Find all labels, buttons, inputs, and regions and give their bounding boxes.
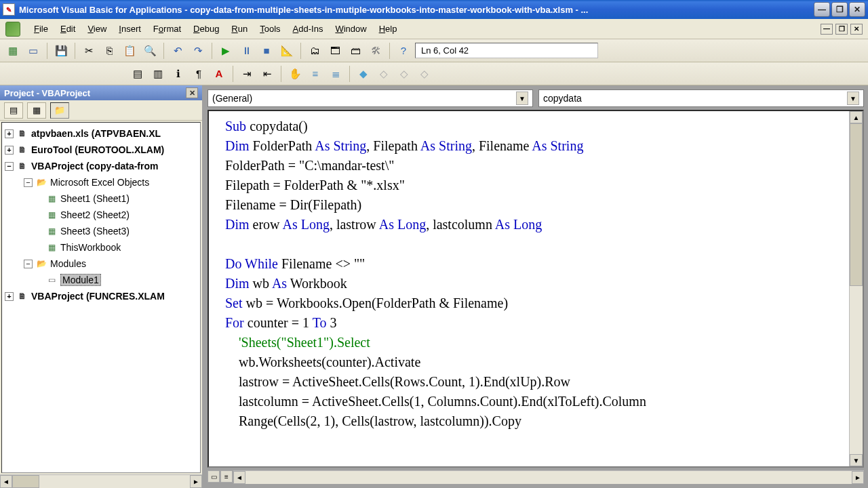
app-icon: ✎ — [3, 3, 15, 16]
view-selector: ▭ ≡ ◄► — [208, 470, 864, 484]
tree-sheet3[interactable]: ▦Sheet3 (Sheet3) — [2, 223, 200, 239]
maximize-button[interactable]: ❐ — [831, 2, 848, 17]
project-panel-toolbar: ▤ ▦ 📁 — [0, 100, 202, 121]
toolbox-button[interactable]: 🛠 — [367, 42, 384, 60]
view-object-button[interactable]: ▦ — [27, 102, 46, 119]
menu-window[interactable]: Window — [330, 21, 372, 37]
copy-button[interactable]: ⎘ — [100, 42, 118, 60]
paste-button[interactable]: 📋 — [121, 42, 138, 60]
mdi-minimize-button[interactable]: — — [821, 24, 833, 35]
bookmark-clear-button[interactable]: ◇ — [416, 65, 433, 83]
list-properties-button[interactable]: ▤ — [129, 65, 146, 83]
comment-block-button[interactable]: ≡ — [307, 65, 324, 83]
procedure-view-button[interactable]: ▭ — [208, 470, 220, 483]
menu-addins[interactable]: Add-Ins — [288, 21, 329, 37]
menu-tools[interactable]: Tools — [254, 21, 285, 37]
properties-button[interactable]: 🗔 — [326, 42, 344, 60]
insert-module-button[interactable]: ▭ — [24, 42, 42, 60]
mdi-close-button[interactable]: ✕ — [850, 24, 863, 35]
edit-toolbar: ▤ ▥ ℹ ¶ A ⇥ ⇤ ✋ ≡ ≣ ◆ ◇ ◇ ◇ — [0, 62, 868, 85]
project-panel-title: Project - VBAProject — [4, 88, 90, 98]
list-constants-button[interactable]: ▥ — [149, 65, 167, 83]
project-explorer-button[interactable]: 🗂 — [306, 42, 323, 60]
project-tree[interactable]: +🗎atpvbaen.xls (ATPVBAEN.XL +🗎EuroTool (… — [1, 122, 201, 473]
save-button[interactable]: 💾 — [52, 42, 70, 60]
run-button[interactable]: ▶ — [217, 42, 235, 60]
complete-word-button[interactable]: A — [210, 65, 228, 83]
code-area: (General)▼ copydata▼ Sub copydata() Dim … — [203, 85, 868, 488]
parameter-info-button[interactable]: ¶ — [190, 65, 208, 83]
design-mode-button[interactable]: 📐 — [278, 42, 296, 60]
project-panel-close-button[interactable]: ✕ — [186, 87, 198, 98]
menu-edit[interactable]: Edit — [55, 21, 81, 37]
redo-button[interactable]: ↷ — [189, 42, 207, 60]
bookmark-toggle-button[interactable]: ◆ — [355, 65, 372, 83]
view-code-button[interactable]: ▤ — [4, 102, 23, 119]
close-button[interactable]: ✕ — [849, 2, 865, 17]
breakpoint-button[interactable]: ✋ — [286, 65, 304, 83]
outdent-button[interactable]: ⇤ — [258, 65, 276, 83]
menu-run[interactable]: Run — [226, 21, 253, 37]
titlebar: ✎ Microsoft Visual Basic for Application… — [0, 0, 868, 19]
procedure-dropdown[interactable]: copydata▼ — [538, 89, 864, 107]
tree-project-atpvbaen[interactable]: +🗎atpvbaen.xls (ATPVBAEN.XL — [2, 125, 200, 142]
tree-project-eurotool[interactable]: +🗎EuroTool (EUROTOOL.XLAM) — [2, 142, 200, 158]
code-vscrollbar[interactable]: ▲▼ — [849, 111, 863, 466]
main-toolbar: ▦ ▭ 💾 ✂ ⎘ 📋 🔍 ↶ ↷ ▶ ⏸ ■ 📐 🗂 🗔 🗃 🛠 ? Ln 6… — [0, 39, 868, 62]
tree-module1[interactable]: ▭Module1 — [2, 272, 200, 288]
tree-sheet2[interactable]: ▦Sheet2 (Sheet2) — [2, 207, 200, 223]
minimize-button[interactable]: — — [814, 2, 830, 17]
project-explorer: Project - VBAProject ✕ ▤ ▦ 📁 +🗎atpvbaen.… — [0, 85, 203, 488]
tree-folder-excel-objects[interactable]: −📂Microsoft Excel Objects — [2, 174, 200, 190]
menu-help[interactable]: Help — [374, 21, 403, 37]
menubar: File Edit View Insert Format Debug Run T… — [0, 19, 868, 39]
break-button[interactable]: ⏸ — [237, 42, 255, 60]
project-hscrollbar[interactable]: ◄► — [0, 474, 202, 488]
object-browser-button[interactable]: 🗃 — [347, 42, 364, 60]
view-excel-button[interactable]: ▦ — [4, 42, 22, 60]
tree-folder-modules[interactable]: −📂Modules — [2, 256, 200, 272]
menu-format[interactable]: Format — [148, 21, 186, 37]
bookmark-prev-button[interactable]: ◇ — [395, 65, 413, 83]
tree-thisworkbook[interactable]: ▦ThisWorkbook — [2, 239, 200, 256]
indent-button[interactable]: ⇥ — [238, 65, 256, 83]
uncomment-block-button[interactable]: ≣ — [327, 65, 344, 83]
menu-view[interactable]: View — [82, 21, 112, 37]
tree-sheet1[interactable]: ▦Sheet1 (Sheet1) — [2, 190, 200, 207]
code-editor[interactable]: Sub copydata() Dim FolderPath As String,… — [209, 111, 849, 466]
tree-project-funcres[interactable]: +🗎VBAProject (FUNCRES.XLAM — [2, 288, 200, 304]
mdi-restore-button[interactable]: ❐ — [835, 24, 848, 35]
menu-insert[interactable]: Insert — [113, 21, 146, 37]
window-title: Microsoft Visual Basic for Applications … — [19, 5, 814, 15]
menu-file[interactable]: File — [28, 21, 54, 37]
cursor-position: Ln 6, Col 42 — [415, 43, 598, 58]
cut-button[interactable]: ✂ — [80, 42, 98, 60]
toggle-folders-button[interactable]: 📁 — [50, 102, 69, 119]
chevron-down-icon: ▼ — [516, 92, 528, 105]
bookmark-next-button[interactable]: ◇ — [375, 65, 393, 83]
project-panel-header: Project - VBAProject ✕ — [0, 85, 202, 100]
object-dropdown[interactable]: (General)▼ — [208, 89, 533, 107]
help-button[interactable]: ? — [395, 42, 412, 60]
find-button[interactable]: 🔍 — [141, 42, 159, 60]
excel-icon[interactable] — [5, 22, 20, 37]
undo-button[interactable]: ↶ — [169, 42, 186, 60]
reset-button[interactable]: ■ — [258, 42, 275, 60]
chevron-down-icon: ▼ — [847, 92, 859, 105]
code-hscrollbar[interactable]: ◄► — [233, 470, 864, 484]
full-module-view-button[interactable]: ≡ — [220, 470, 233, 483]
code-window: Sub copydata() Dim FolderPath As String,… — [208, 110, 864, 468]
tree-project-vbaproject[interactable]: −🗎VBAProject (copy-data-from — [2, 158, 200, 174]
quick-info-button[interactable]: ℹ — [170, 65, 187, 83]
menu-debug[interactable]: Debug — [188, 21, 224, 37]
